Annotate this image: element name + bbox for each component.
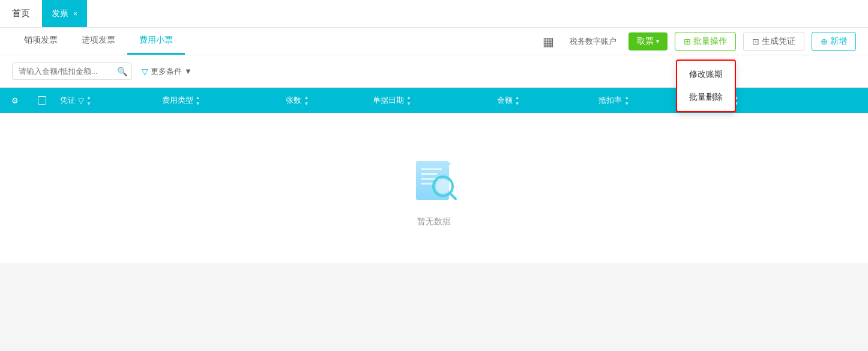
- table-header: ⚙ 凭证 ▽ ▲▼ 费用类型 ▲▼ 张数 ▲▼ 单据日期 ▲▼ 金额 ▲▼ 抵扣…: [0, 88, 868, 113]
- th-date-sort: ▲▼: [406, 95, 411, 106]
- more-conditions-arrow-icon: ▼: [184, 67, 192, 76]
- th-settings[interactable]: ⚙: [0, 96, 30, 105]
- new-icon: ⊕: [821, 37, 828, 46]
- take-ticket-arrow-icon: ▾: [656, 38, 659, 44]
- modify-period-item[interactable]: 修改账期: [677, 63, 735, 86]
- empty-state: ✦ · 暂无数据: [0, 113, 868, 263]
- th-expense-type-label: 费用类型: [162, 95, 193, 106]
- tab-expense[interactable]: 费用小票: [127, 28, 185, 55]
- th-expense-type[interactable]: 费用类型 ▲▼: [156, 95, 280, 106]
- qr-icon-button[interactable]: ▦: [538, 32, 558, 51]
- top-bar: 首页 发票 ×: [0, 0, 868, 28]
- new-button[interactable]: ⊕ 新增: [812, 32, 856, 51]
- search-input[interactable]: [12, 63, 132, 80]
- batch-btn-wrapper: ⊞ 批量操作 修改账期 批量删除: [675, 32, 736, 51]
- th-check[interactable]: [30, 96, 54, 105]
- empty-illustration: ✦ ·: [404, 149, 464, 209]
- th-amount-label: 金额: [497, 95, 513, 106]
- th-voucher-filter-icon: ▽: [78, 96, 84, 105]
- svg-text:·: ·: [453, 169, 454, 174]
- batch-icon: ⊞: [684, 37, 691, 46]
- close-icon[interactable]: ×: [73, 10, 77, 18]
- svg-rect-4: [421, 173, 438, 175]
- batch-operation-button[interactable]: ⊞ 批量操作: [675, 32, 736, 51]
- nav-tabs: 销项发票 进项发票 费用小票: [12, 28, 185, 55]
- new-label: 新增: [830, 36, 847, 47]
- th-deduct-rate-sort: ▲▼: [624, 95, 629, 106]
- batch-dropdown-menu: 修改账期 批量删除: [676, 60, 736, 112]
- invoice-tab-label: 发票: [52, 8, 68, 19]
- tab-incoming[interactable]: 进项发票: [70, 28, 127, 55]
- th-voucher[interactable]: 凭证 ▽ ▲▼: [54, 95, 156, 106]
- select-all-checkbox[interactable]: [38, 96, 46, 105]
- search-bar: 🔍 ▽ 更多条件 ▼: [0, 55, 868, 88]
- th-expense-type-sort: ▲▼: [196, 95, 200, 106]
- invoice-tab[interactable]: 发票 ×: [42, 0, 87, 27]
- main-content: ✦ · 暂无数据: [0, 113, 868, 263]
- svg-rect-3: [421, 168, 442, 170]
- th-count[interactable]: 张数 ▲▼: [280, 95, 367, 106]
- take-ticket-label: 取票: [637, 36, 654, 47]
- gen-voucher-icon: ⊡: [752, 37, 759, 46]
- svg-text:✦: ✦: [447, 160, 452, 167]
- th-deduct-rate-label: 抵扣率: [598, 95, 622, 106]
- tab-sales[interactable]: 销项发票: [12, 28, 70, 55]
- svg-line-9: [450, 193, 456, 199]
- th-date-label: 单据日期: [373, 95, 404, 106]
- gen-voucher-label: 生成凭证: [762, 36, 795, 47]
- search-input-wrapper: 🔍: [12, 63, 132, 80]
- th-amount[interactable]: 金额 ▲▼: [491, 95, 593, 106]
- batch-delete-item[interactable]: 批量删除: [677, 86, 735, 109]
- gen-voucher-button[interactable]: ⊡ 生成凭证: [743, 32, 804, 51]
- search-icon[interactable]: 🔍: [117, 67, 127, 76]
- svg-rect-6: [421, 183, 433, 185]
- empty-text: 暂无数据: [417, 216, 451, 227]
- more-conditions-label: 更多条件: [151, 66, 182, 77]
- th-amount-sort: ▲▼: [515, 95, 520, 106]
- tax-digital-button[interactable]: 税务数字账户: [565, 36, 621, 47]
- th-date[interactable]: 单据日期 ▲▼: [367, 95, 491, 106]
- th-count-label: 张数: [286, 95, 301, 106]
- home-tab[interactable]: 首页: [0, 0, 42, 27]
- svg-point-8: [436, 179, 450, 194]
- nav-actions: ▦ 税务数字账户 取票 ▾ ⊞ 批量操作 修改账期 批量删除 ⊡ 生成凭证 ⊕ …: [538, 32, 856, 51]
- batch-label: 批量操作: [693, 36, 727, 47]
- th-count-sort: ▲▼: [304, 95, 309, 106]
- filter-icon: ▽: [142, 67, 148, 76]
- settings-icon: ⚙: [11, 96, 19, 105]
- th-voucher-sort: ▲▼: [86, 95, 91, 106]
- more-conditions-button[interactable]: ▽ 更多条件 ▼: [142, 66, 192, 77]
- take-ticket-button[interactable]: 取票 ▾: [628, 32, 668, 50]
- nav-bar: 销项发票 进项发票 费用小票 ▦ 税务数字账户 取票 ▾ ⊞ 批量操作 修改账期…: [0, 28, 868, 55]
- th-voucher-label: 凭证: [60, 95, 76, 106]
